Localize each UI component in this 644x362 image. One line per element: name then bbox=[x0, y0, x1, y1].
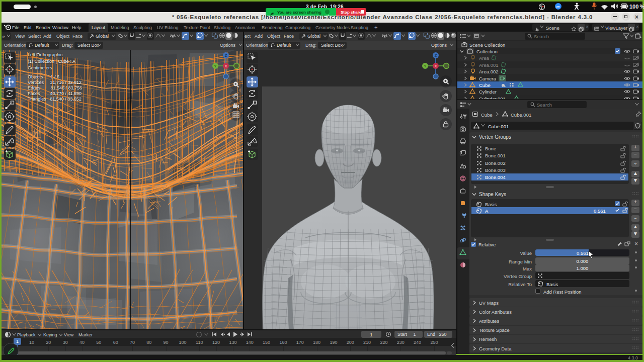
svg-text:Z: Z bbox=[435, 53, 437, 58]
svg-text:Y: Y bbox=[424, 64, 426, 68]
svg-text:X: X bbox=[224, 64, 227, 68]
svg-text:Z: Z bbox=[225, 53, 227, 58]
svg-text:X: X bbox=[434, 64, 437, 68]
svg-text:Y: Y bbox=[214, 64, 216, 68]
